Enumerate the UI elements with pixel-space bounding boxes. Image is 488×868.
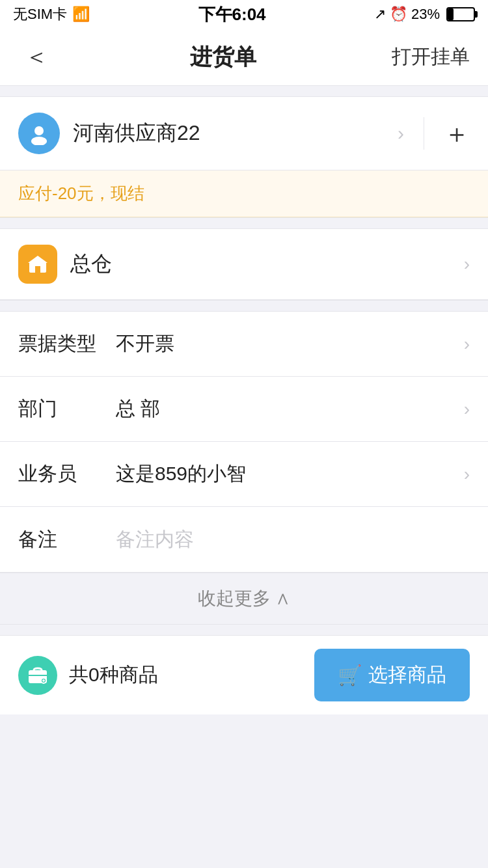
page-bg <box>0 714 488 868</box>
svg-rect-4 <box>35 266 40 273</box>
warehouse-name: 总仓 <box>70 250 457 278</box>
section-gap-3 <box>0 301 488 311</box>
remark-row[interactable]: 备注 备注内容 <box>0 507 488 572</box>
signal-text: 无SIM卡 <box>13 5 67 24</box>
select-goods-button[interactable]: 🛒 选择商品 <box>314 649 470 701</box>
department-value: 总 部 <box>109 396 457 422</box>
supplier-row[interactable]: 河南供应商22 › ＋ <box>0 97 488 170</box>
remark-label: 备注 <box>18 526 109 553</box>
invoice-type-label: 票据类型 <box>18 331 109 357</box>
svg-point-0 <box>34 126 44 135</box>
supplier-chevron-icon: › <box>398 122 404 144</box>
department-row[interactable]: 部门 总 部 › <box>0 377 488 442</box>
form-section: 票据类型 不开票 › 部门 总 部 › 业务员 这是859的小智 › 备注 备注… <box>0 311 488 573</box>
goods-count: 共0种商品 <box>69 662 314 688</box>
supplier-avatar <box>18 113 60 154</box>
supplier-section: 河南供应商22 › ＋ 应付-20元，现结 <box>0 96 488 218</box>
status-left: 无SIM卡 📶 <box>13 5 90 24</box>
warehouse-section: 总仓 › <box>0 228 488 301</box>
bottom-bar: 共0种商品 🛒 选择商品 <box>0 635 488 714</box>
warehouse-chevron-icon: › <box>464 254 470 275</box>
section-gap-1 <box>0 86 488 96</box>
svg-marker-3 <box>28 256 47 263</box>
wifi-icon: 📶 <box>72 6 90 23</box>
invoice-type-row[interactable]: 票据类型 不开票 › <box>0 312 488 377</box>
notice-text: 应付-20元，现结 <box>18 183 144 203</box>
salesperson-value: 这是859的小智 <box>109 461 457 487</box>
nav-bar: ＜ 进货单 打开挂单 <box>0 29 488 86</box>
alarm-icon: ⏰ <box>390 6 407 23</box>
salesperson-chevron-icon: › <box>464 464 470 485</box>
section-gap-2 <box>0 218 488 228</box>
invoice-type-chevron-icon: › <box>464 334 470 355</box>
notice-banner: 应付-20元，现结 <box>0 170 488 217</box>
invoice-type-value: 不开票 <box>109 331 457 357</box>
department-chevron-icon: › <box>464 399 470 420</box>
battery-percentage: 23% <box>411 6 440 23</box>
supplier-divider <box>424 117 424 150</box>
time-display: 下午6:04 <box>198 3 266 26</box>
goods-icon <box>18 656 57 695</box>
remark-placeholder: 备注内容 <box>109 526 470 553</box>
salesperson-label: 业务员 <box>18 461 109 487</box>
warehouse-row[interactable]: 总仓 › <box>0 229 488 300</box>
location-icon: ↗ <box>374 6 386 23</box>
svg-point-1 <box>31 137 47 145</box>
status-right: ↗ ⏰ 23% <box>374 6 475 23</box>
page-title: 进货单 <box>190 42 256 72</box>
back-button[interactable]: ＜ <box>18 34 55 79</box>
salesperson-row[interactable]: 业务员 这是859的小智 › <box>0 442 488 507</box>
warehouse-icon <box>18 245 57 284</box>
collapse-text: 收起更多 ∧ <box>198 586 291 611</box>
select-goods-icon: 🛒 <box>338 664 362 686</box>
add-supplier-button[interactable]: ＋ <box>444 116 470 152</box>
supplier-name: 河南供应商22 <box>73 119 398 148</box>
open-pending-button[interactable]: 打开挂单 <box>392 44 470 70</box>
status-bar: 无SIM卡 📶 下午6:04 ↗ ⏰ 23% <box>0 0 488 29</box>
select-goods-label: 选择商品 <box>368 662 446 688</box>
department-label: 部门 <box>18 396 109 422</box>
collapse-row[interactable]: 收起更多 ∧ <box>0 573 488 625</box>
battery-icon <box>446 7 475 21</box>
